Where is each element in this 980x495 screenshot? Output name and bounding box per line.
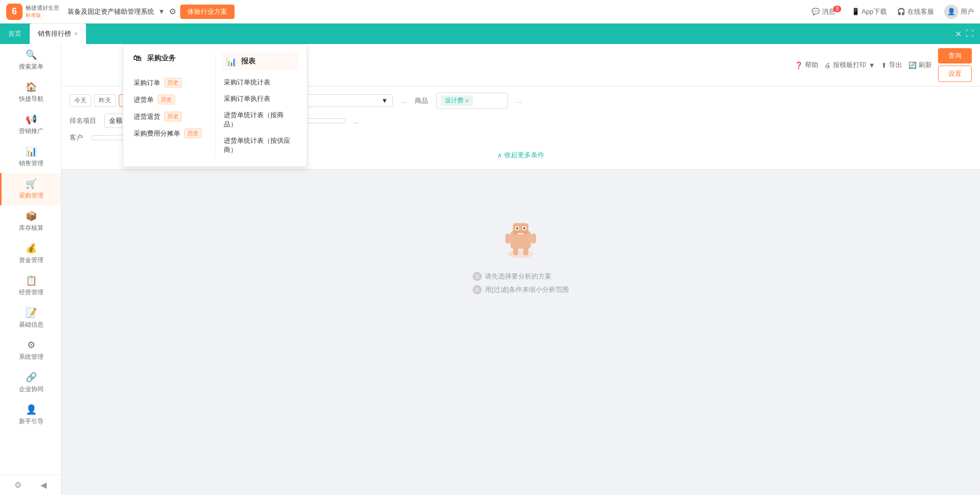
tip-text-2: 用[过滤]条件来缩小分析范围 <box>485 283 568 296</box>
order-exec-label: 采购订单执行表 <box>224 94 270 103</box>
export-icon: ⬆ <box>881 61 887 69</box>
sidebar-label-basic-info: 基础信息 <box>19 320 44 329</box>
svg-rect-10 <box>513 248 518 255</box>
report-section-icon: 📊 <box>226 56 237 67</box>
svg-point-6 <box>523 227 525 229</box>
settings-icon[interactable]: ⚙ <box>169 7 176 16</box>
close-window-icon[interactable]: ✕ <box>955 29 962 39</box>
gear-icon: ⚙ <box>27 339 35 351</box>
sidebar-item-sales[interactable]: 📊 销售管理 <box>0 141 61 173</box>
app-download-label: App下载 <box>862 7 887 16</box>
chart-icon: 📊 <box>26 146 37 157</box>
purchase-section-header: 🛍 采购业务 <box>132 53 209 68</box>
tab-bar: 首页 销售排行榜 × ✕ ⛶ <box>0 24 980 44</box>
tab-home[interactable]: 首页 <box>0 24 30 44</box>
query-button[interactable]: 查询 <box>938 48 972 63</box>
tab-sales-rank-label: 销售排行榜 <box>38 29 71 38</box>
notification-badge: 9 <box>833 6 841 12</box>
dropdown-item-expense[interactable]: 采购费用分摊单 历史 <box>132 125 209 142</box>
refresh-btn[interactable]: 🔄 刷新 <box>908 60 932 70</box>
dropdown-item-inbound[interactable]: 进货单 历史 <box>132 91 209 108</box>
search-icon: 🔍 <box>26 49 37 60</box>
print-label: 按模板打印 <box>833 60 866 70</box>
tab-close-icon[interactable]: × <box>74 30 78 37</box>
collapse-label: 收起更多条件 <box>504 150 544 160</box>
empty-svg <box>495 210 546 262</box>
sidebar-item-purchase[interactable]: 🛒 采购管理 <box>0 173 61 205</box>
purchase-section-title: 采购业务 <box>147 54 176 63</box>
sidebar-label-system: 系统管理 <box>19 353 44 361</box>
sidebar-item-guide[interactable]: 👤 新手引导 <box>0 399 61 431</box>
purchase-section-icon: 🛍 <box>132 53 143 64</box>
date-today-btn[interactable]: 今天 <box>70 94 91 107</box>
user-item[interactable]: 👤 用户 <box>944 5 974 19</box>
report-section-header: 📊 报表 <box>222 53 299 70</box>
sidebar-bottom: ⚙ ◀ <box>0 475 61 495</box>
system-dropdown-icon[interactable]: ▼ <box>158 8 165 15</box>
sidebar-settings-icon[interactable]: ⚙ <box>14 480 22 490</box>
sidebar-label-purchase: 采购管理 <box>19 191 44 200</box>
sidebar-item-search[interactable]: 🔍 搜索菜单 <box>0 44 61 76</box>
print-dropdown-icon: ▼ <box>868 61 875 69</box>
industry-btn[interactable]: 体验行业方案 <box>180 5 235 19</box>
maximize-icon[interactable]: ⛶ <box>966 29 974 38</box>
empty-illustration <box>495 210 546 262</box>
dropdown-item-order-stats[interactable]: 采购订单统计表 <box>222 74 299 91</box>
product-tag: 设计费 × <box>441 95 473 106</box>
sidebar-item-finance[interactable]: 💰 资金管理 <box>0 238 61 270</box>
export-btn[interactable]: ⬆ 导出 <box>881 60 902 70</box>
sidebar-item-marketing[interactable]: 📢 营销推广 <box>0 109 61 141</box>
inbound-history-badge: 历史 <box>158 95 175 104</box>
settings-button[interactable]: 设置 <box>938 66 972 82</box>
salesperson-dots: ... <box>354 117 359 125</box>
product-tag-close[interactable]: × <box>465 97 469 104</box>
avatar: 👤 <box>944 5 958 19</box>
sidebar-item-basic-info[interactable]: 📝 基础信息 <box>0 302 61 334</box>
link-icon: 🔗 <box>26 372 37 383</box>
product-input[interactable]: 设计费 × <box>436 93 508 109</box>
sidebar-label-enterprise: 企业协同 <box>19 385 44 394</box>
dropdown-item-return[interactable]: 进货退货 历史 <box>132 108 209 125</box>
return-history-badge: 历史 <box>164 112 182 121</box>
sidebar-label-operations: 经营管理 <box>19 288 44 297</box>
dropdown-item-order-exec[interactable]: 采购订单执行表 <box>222 91 299 107</box>
export-label: 导出 <box>889 60 902 70</box>
system-title: 装备及固定资产辅助管理系统 <box>68 7 154 16</box>
return-label: 进货退货 <box>134 112 160 121</box>
money-icon: 💰 <box>26 243 37 254</box>
tab-sales-rank[interactable]: 销售排行榜 × <box>30 24 86 44</box>
sidebar-label-sales: 销售管理 <box>19 159 44 168</box>
print-btn[interactable]: 🖨 按模板打印 ▼ <box>824 60 875 70</box>
doc-status-dropdown-icon: ▼ <box>381 97 388 104</box>
notification-item[interactable]: 💬 消息 9 <box>812 7 841 16</box>
sidebar-item-enterprise[interactable]: 🔗 企业协同 <box>0 367 61 399</box>
date-yesterday-btn[interactable]: 昨天 <box>94 94 116 107</box>
sidebar-item-inventory[interactable]: 📦 库存核算 <box>0 205 61 238</box>
product-tag-text: 设计费 <box>445 96 463 105</box>
svg-point-0 <box>508 250 534 258</box>
sidebar-item-operations[interactable]: 📋 经营管理 <box>0 270 61 302</box>
layout: 🔍 搜索菜单 🏠 快捷导航 📢 营销推广 📊 销售管理 🛒 采购管理 📦 库存核… <box>0 44 980 495</box>
sidebar-item-system[interactable]: ⚙ 系统管理 <box>0 334 61 367</box>
report-section-title: 报表 <box>241 57 255 66</box>
dropdown-col-reports: 📊 报表 采购订单统计表 采购订单执行表 进货单统计表（按商品） 进货单统计表（… <box>222 53 299 158</box>
header-system: 装备及固定资产辅助管理系统 ▼ ⚙ 体验行业方案 <box>68 5 812 19</box>
user-label: 用户 <box>961 7 974 16</box>
logo-icon: 6 <box>6 4 23 20</box>
help-btn[interactable]: ❓ 帮助 <box>795 60 818 70</box>
dropdown-item-inbound-stats-supplier[interactable]: 进货单统计表（按供应商） <box>222 133 299 158</box>
sidebar-item-quick-nav[interactable]: 🏠 快捷导航 <box>0 76 61 109</box>
main-content: ❓ 帮助 🖨 按模板打印 ▼ ⬆ 导出 🔄 刷新 查询 设置 <box>61 44 980 495</box>
dropdown-item-purchase-order[interactable]: 采购订单 历史 <box>132 74 209 91</box>
sidebar-label-marketing: 营销推广 <box>19 127 44 136</box>
sidebar-collapse-icon[interactable]: ◀ <box>40 480 47 490</box>
inbound-label: 进货单 <box>134 95 154 104</box>
dropdown-item-inbound-stats-product[interactable]: 进货单统计表（按商品） <box>222 107 299 133</box>
app-download-item[interactable]: 📱 App下载 <box>851 7 887 16</box>
customer-label: 客户 <box>70 133 83 142</box>
tab-right-actions: ✕ ⛶ <box>955 29 980 39</box>
dropdown-columns: 🛍 采购业务 采购订单 历史 进货单 历史 进货退货 历史 <box>132 53 299 158</box>
online-service-item[interactable]: 🎧 在线客服 <box>897 7 934 16</box>
header-right: 💬 消息 9 📱 App下载 🎧 在线客服 👤 用户 <box>812 5 974 19</box>
collapse-icon: ∧ <box>497 152 502 159</box>
